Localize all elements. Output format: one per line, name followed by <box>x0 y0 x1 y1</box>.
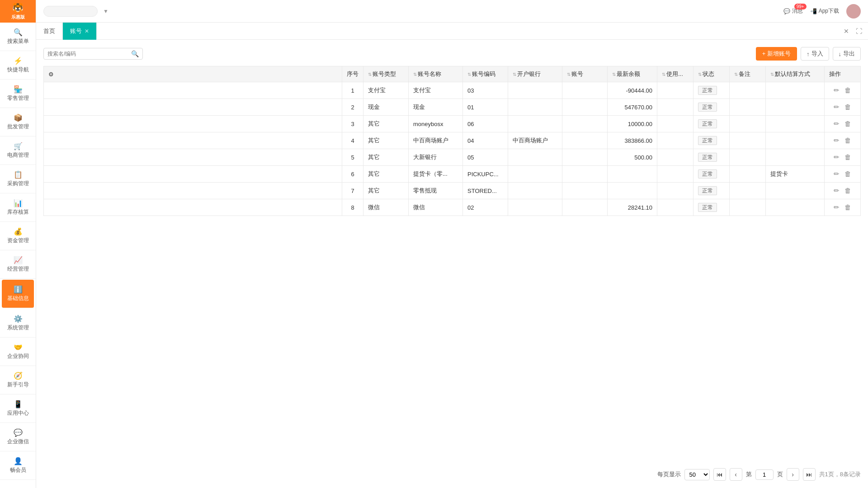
delete-button[interactable]: 🗑 <box>843 202 853 212</box>
edit-button[interactable]: ✏ <box>832 102 841 112</box>
sidebar-item-wholesale-mgmt[interactable]: 📦 批发管理 <box>0 108 36 136</box>
wechat-icon: 💬 <box>2 428 34 437</box>
row-use <box>657 99 693 116</box>
row-no: 2 <box>342 99 363 116</box>
sidebar-item-inventory[interactable]: 📊 库存核算 <box>0 193 36 222</box>
tab-close-icon[interactable]: ✕ <box>85 28 89 34</box>
row-type: 其它 <box>363 166 409 183</box>
table-row: 2 现金 现金 01 547670.00 正常 ✏ 🗑 <box>44 99 861 116</box>
top-header: ▼ 💬 消息 99+ 📲 App下载 <box>36 0 868 23</box>
sidebar-item-enterprise-agreement[interactable]: 🤝 企业协同 <box>0 338 36 366</box>
row-settings-cell <box>44 116 342 132</box>
delete-button[interactable]: 🗑 <box>843 85 853 95</box>
tab-close-all-button[interactable]: ✕ <box>841 26 852 37</box>
sidebar-item-search-menu[interactable]: 🔍 搜索菜单 <box>0 23 36 51</box>
sidebar-item-purchase-mgmt[interactable]: 📋 采购管理 <box>0 165 36 193</box>
col-status[interactable]: ⇅状态 <box>693 66 730 82</box>
capital-icon: 💰 <box>2 227 34 236</box>
col-type[interactable]: ⇅账号类型 <box>363 66 409 82</box>
page-last-button[interactable]: ⏭ <box>803 468 816 481</box>
sidebar-item-member[interactable]: 👤 畅会员 <box>0 451 36 480</box>
row-bank <box>508 99 562 116</box>
edit-button[interactable]: ✏ <box>832 119 841 129</box>
sidebar-item-app-center[interactable]: 📱 应用中心 <box>0 394 36 423</box>
row-note <box>730 132 766 149</box>
add-account-button[interactable]: + 新增账号 <box>756 47 797 61</box>
row-default-settlement <box>766 116 825 132</box>
member-icon: 👤 <box>2 457 34 465</box>
page-next-button[interactable]: › <box>787 468 799 481</box>
message-button[interactable]: 💬 消息 99+ <box>783 7 803 15</box>
search-icon[interactable]: 🔍 <box>131 50 139 57</box>
sidebar-item-label: 基础信息 <box>4 295 32 302</box>
row-account <box>562 132 608 149</box>
row-type: 其它 <box>363 116 409 132</box>
delete-button[interactable]: 🗑 <box>843 136 853 145</box>
edit-button[interactable]: ✏ <box>832 136 841 145</box>
sidebar-item-basic-info[interactable]: ℹ️ 基础信息 <box>2 280 34 308</box>
row-name: 提货卡（零... <box>409 166 463 183</box>
delete-button[interactable]: 🗑 <box>843 102 853 112</box>
row-bank <box>508 149 562 166</box>
row-settings-cell <box>44 99 342 116</box>
tab-home[interactable]: 首页 <box>36 23 63 40</box>
import-button[interactable]: ↑ 导入 <box>801 47 829 61</box>
page-first-button[interactable]: ⏮ <box>713 468 726 481</box>
row-type: 微信 <box>363 199 409 216</box>
delete-button[interactable]: 🗑 <box>843 119 853 128</box>
sidebar-item-system-mgmt[interactable]: ⚙️ 系统管理 <box>0 309 36 338</box>
sidebar-item-retail-mgmt[interactable]: 🏪 零售管理 <box>0 80 36 108</box>
row-no: 1 <box>342 82 363 99</box>
col-settings[interactable]: ⚙ <box>44 66 342 82</box>
col-default-settlement[interactable]: ⇅默认结算方式 <box>766 66 825 82</box>
search-input[interactable] <box>47 51 131 57</box>
delete-button[interactable]: 🗑 <box>843 186 853 195</box>
row-settings-cell <box>44 82 342 99</box>
sidebar-item-label: 采购管理 <box>2 180 34 188</box>
row-name: 现金 <box>409 99 463 116</box>
col-use[interactable]: ⇅使用... <box>657 66 693 82</box>
delete-button[interactable]: 🗑 <box>843 169 853 178</box>
export-button[interactable]: ↓ 导出 <box>833 47 861 61</box>
sidebar-item-quick-nav[interactable]: ⚡ 快捷导航 <box>0 51 36 80</box>
row-action: ✏ 🗑 <box>825 99 861 116</box>
col-bank[interactable]: ⇅开户银行 <box>508 66 562 82</box>
sidebar-item-label: 企业微信 <box>2 438 34 446</box>
sidebar-item-ecommerce-mgmt[interactable]: 🛒 电商管理 <box>0 136 36 165</box>
edit-button[interactable]: ✏ <box>832 169 841 179</box>
app-download-label: App下载 <box>819 7 839 15</box>
row-balance: -90444.00 <box>608 82 657 99</box>
user-avatar[interactable] <box>846 4 861 19</box>
sidebar-item-new-guide[interactable]: 🧭 新手引导 <box>0 366 36 394</box>
app-center-icon: 📱 <box>2 400 34 408</box>
sidebar-item-capital-mgmt[interactable]: 💰 资金管理 <box>0 222 36 250</box>
dropdown-arrow-icon[interactable]: ▼ <box>103 8 108 14</box>
row-default-settlement: 提货卡 <box>766 166 825 183</box>
top-search-input[interactable] <box>43 6 98 17</box>
tab-maximize-button[interactable]: ⛶ <box>854 26 864 37</box>
sidebar-item-operation-mgmt[interactable]: 📈 经营管理 <box>0 250 36 279</box>
delete-button[interactable]: 🗑 <box>843 152 853 162</box>
app-download-button[interactable]: 📲 App下载 <box>810 7 839 15</box>
row-name: 大新银行 <box>409 149 463 166</box>
col-code[interactable]: ⇅账号编码 <box>463 66 508 82</box>
import-label: 导入 <box>811 50 823 58</box>
col-account[interactable]: ⇅账号 <box>562 66 608 82</box>
row-no: 7 <box>342 183 363 199</box>
page-prev-button[interactable]: ‹ <box>730 468 742 481</box>
row-bank: 中百商场账户 <box>508 132 562 149</box>
edit-button[interactable]: ✏ <box>832 152 841 162</box>
col-balance[interactable]: ⇅最新余额 <box>608 66 657 82</box>
page-input[interactable] <box>755 469 774 480</box>
tab-account[interactable]: 账号 ✕ <box>63 23 97 40</box>
edit-button[interactable]: ✏ <box>832 85 841 95</box>
col-name[interactable]: ⇅账号名称 <box>409 66 463 82</box>
page-size-select[interactable]: 10 20 50 100 <box>684 469 710 480</box>
table-row: 4 其它 中百商场账户 04 中百商场账户 383866.00 正常 ✏ 🗑 <box>44 132 861 149</box>
edit-button[interactable]: ✏ <box>832 202 841 212</box>
row-use <box>657 132 693 149</box>
sidebar-item-enterprise-wechat[interactable]: 💬 企业微信 <box>0 423 36 451</box>
edit-button[interactable]: ✏ <box>832 186 841 196</box>
col-note[interactable]: ⇅备注 <box>730 66 766 82</box>
row-default-settlement <box>766 183 825 199</box>
